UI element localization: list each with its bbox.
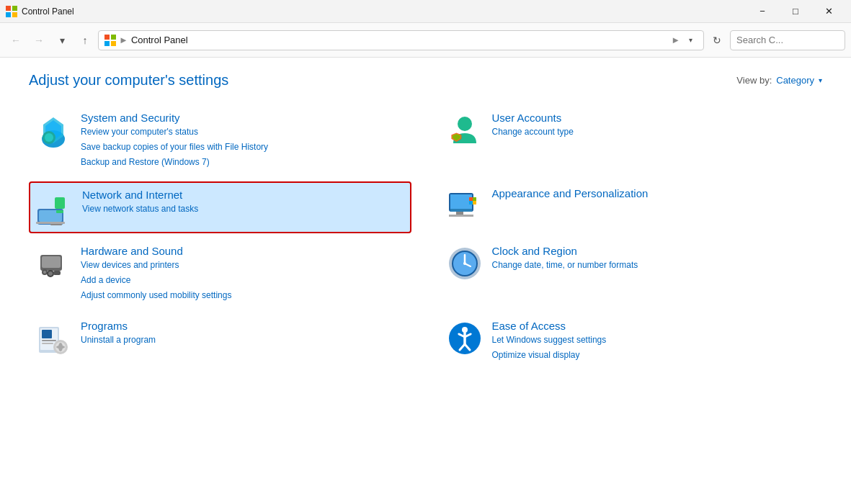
address-text: Control Panel [131,35,665,45]
category-item-hardware-sound[interactable]: Hardware and Sound View devices and prin… [29,239,411,309]
view-by-arrow-icon: ▾ [819,76,822,84]
minimize-button[interactable]: − [746,0,779,23]
category-icon-programs [35,320,72,357]
svg-rect-31 [473,201,476,204]
category-link-network-internet[interactable]: View network status and tasks [82,202,198,216]
address-dropdown-button[interactable]: ▾ [683,33,698,48]
category-item-user-accounts[interactable]: User Accounts Change account type [440,106,823,176]
svg-point-35 [43,271,46,274]
app-icon [6,6,17,17]
title-bar: Control Panel − □ ✕ [0,0,851,23]
svg-rect-21 [55,197,65,209]
svg-rect-20 [36,222,65,224]
svg-rect-30 [469,201,473,204]
search-input[interactable] [736,35,851,45]
categories-grid: System and Security Review your computer… [29,106,822,369]
svg-rect-4 [104,35,110,40]
category-text-user-accounts: User Accounts Change account type [492,112,574,139]
svg-rect-24 [450,194,472,209]
category-link-hardware-sound[interactable]: Add a device [81,274,231,287]
category-link-system-security[interactable]: Backup and Restore (Windows 7) [81,156,268,169]
svg-rect-0 [6,6,11,11]
svg-rect-6 [104,41,110,46]
category-text-appearance-personalization: Appearance and Personalization [492,187,649,199]
main-content: Adjust your computer's settings View by:… [0,58,851,504]
category-title-hardware-sound[interactable]: Hardware and Sound [81,245,231,257]
category-title-programs[interactable]: Programs [81,320,156,332]
svg-rect-1 [12,6,17,11]
svg-point-13 [458,117,472,131]
category-icon-appearance-personalization [446,187,484,225]
svg-rect-33 [42,256,61,268]
category-text-system-security: System and Security Review your computer… [81,112,268,170]
category-title-clock-region[interactable]: Clock and Region [492,245,638,257]
address-bar[interactable]: ► Control Panel ► ▾ [98,30,704,50]
category-link-ease-of-access[interactable]: Optimize visual display [492,348,607,362]
view-by-label: View by: [736,75,772,86]
svg-rect-22 [56,210,63,213]
svg-rect-3 [12,12,17,17]
category-link-hardware-sound[interactable]: View devices and printers [81,258,231,272]
recent-locations-button[interactable]: ▾ [52,30,72,50]
navigation-bar: ← → ▾ ↑ ► Control Panel ► ▾ ↻ 🔍 [0,23,851,58]
svg-rect-47 [42,330,52,338]
category-item-appearance-personalization[interactable]: Appearance and Personalization [440,181,823,233]
view-by-control: View by: Category ▾ [736,75,822,86]
category-text-ease-of-access: Ease of Access Let Windows suggest setti… [492,320,607,362]
back-button[interactable]: ← [6,30,26,50]
search-bar[interactable]: 🔍 [730,30,845,50]
category-icon-ease-of-access [446,320,484,357]
category-link-system-security[interactable]: Save backup copies of your files with Fi… [81,140,268,154]
category-text-programs: Programs Uninstall a program [81,320,156,347]
address-bar-icon [104,35,116,46]
category-link-clock-region[interactable]: Change date, time, or number formats [492,258,638,272]
maximize-button[interactable]: □ [779,0,812,23]
svg-point-37 [48,271,53,276]
svg-rect-38 [53,271,61,275]
category-title-system-security[interactable]: System and Security [81,112,268,124]
svg-rect-27 [449,215,473,217]
svg-rect-49 [42,343,53,344]
close-button[interactable]: ✕ [812,0,845,23]
category-item-system-security[interactable]: System and Security Review your computer… [29,106,411,176]
window-controls: − □ ✕ [746,0,845,23]
category-link-ease-of-access[interactable]: Let Windows suggest settings [492,333,607,347]
page-header: Adjust your computer's settings View by:… [29,72,822,89]
category-text-network-internet: Network and Internet View network status… [82,189,198,216]
svg-rect-7 [111,41,116,46]
svg-rect-48 [42,340,56,341]
category-icon-hardware-sound [35,245,72,282]
up-button[interactable]: ↑ [75,30,95,50]
svg-rect-28 [469,197,473,201]
svg-point-53 [56,346,65,348]
category-link-programs[interactable]: Uninstall a program [81,333,156,347]
category-text-hardware-sound: Hardware and Sound View devices and prin… [81,245,231,303]
category-item-programs[interactable]: Programs Uninstall a program [29,314,411,368]
category-title-ease-of-access[interactable]: Ease of Access [492,320,607,332]
svg-rect-25 [450,209,472,212]
category-icon-user-accounts [446,112,484,149]
category-title-user-accounts[interactable]: User Accounts [492,112,574,124]
page-title: Adjust your computer's settings [29,72,228,89]
svg-point-44 [463,262,466,265]
category-title-network-internet[interactable]: Network and Internet [82,189,198,201]
svg-rect-29 [473,197,476,201]
category-link-hardware-sound[interactable]: Adjust commonly used mobility settings [81,289,231,302]
category-item-network-internet[interactable]: Network and Internet View network status… [29,181,411,233]
svg-rect-2 [6,12,11,17]
refresh-button[interactable]: ↻ [707,30,727,50]
category-icon-network-internet [36,189,73,226]
category-title-appearance-personalization[interactable]: Appearance and Personalization [492,187,649,199]
category-text-clock-region: Clock and Region Change date, time, or n… [492,245,638,272]
category-icon-clock-region [446,245,484,282]
svg-rect-5 [111,35,116,40]
category-item-clock-region[interactable]: Clock and Region Change date, time, or n… [440,239,823,309]
category-link-user-accounts[interactable]: Change account type [492,125,574,139]
view-by-value[interactable]: Category [776,75,814,86]
category-item-ease-of-access[interactable]: Ease of Access Let Windows suggest setti… [440,314,823,368]
category-link-system-security[interactable]: Review your computer's status [81,125,268,139]
window-title: Control Panel [22,6,746,17]
category-icon-system-security [35,112,72,149]
forward-button[interactable]: → [29,30,49,50]
svg-point-12 [45,133,53,142]
